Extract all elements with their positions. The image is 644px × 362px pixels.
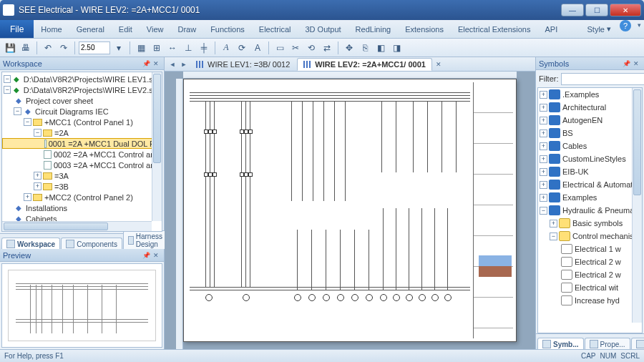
tree-installations[interactable]: ◆Installations (2, 202, 162, 213)
undo-icon[interactable]: ↶ (41, 41, 55, 55)
mirror-icon[interactable]: ⇄ (320, 41, 334, 55)
menu-general[interactable]: General (69, 20, 112, 38)
preview-thumbnail[interactable] (1, 263, 162, 348)
help-dropdown[interactable]: ▾ (634, 20, 644, 30)
symbol-item[interactable]: Increase hyd (538, 294, 642, 307)
symbol-folder[interactable]: +Basic symbols (538, 217, 642, 230)
refresh-icon[interactable]: ⟳ (235, 41, 249, 55)
redo-icon[interactable]: ↷ (57, 41, 71, 55)
tree-3a[interactable]: +=3A (2, 170, 162, 181)
tab-next-icon[interactable]: ► (179, 59, 189, 69)
menu-draw[interactable]: Draw (170, 20, 203, 38)
ruler-icon[interactable]: ╪ (197, 41, 211, 55)
symbol-category[interactable]: +AutogenEN (538, 114, 642, 127)
symbols-filter-input[interactable] (561, 73, 645, 85)
menu-elec-extensions[interactable]: Electrical Extensions (451, 20, 538, 38)
preview-pin-icon[interactable]: 📌 (141, 250, 151, 260)
font-icon[interactable]: A (219, 41, 233, 55)
symbol-category[interactable]: +BS (538, 127, 642, 140)
tree-3b[interactable]: +=3B (2, 181, 162, 192)
tab-properties[interactable]: Prope... (585, 338, 630, 349)
zoom-dropdown-icon[interactable]: ▾ (112, 41, 126, 55)
zoom-combo[interactable] (79, 41, 110, 54)
tree-2a[interactable]: −=2A (2, 127, 162, 138)
minimize-button[interactable]: — (561, 4, 584, 16)
symbol-category[interactable]: +Electrical & Automation (538, 178, 642, 191)
tree-mcc1[interactable]: −+MCC1 (Control Panel 1) (2, 117, 162, 127)
symbol-item[interactable]: Electrical 2 w (538, 268, 642, 281)
menu-edit[interactable]: Edit (112, 20, 140, 38)
file-menu[interactable]: File (0, 20, 34, 38)
symbol-item[interactable]: Electrical wit (538, 281, 642, 294)
drawing-page[interactable] (183, 79, 517, 342)
symbols-scrollbar[interactable] (632, 88, 642, 323)
symbols-tree[interactable]: +.Examples+Architectural+AutogenEN+BS+Ca… (537, 87, 643, 333)
move-icon[interactable]: ✥ (342, 41, 356, 55)
menu-3d-output[interactable]: 3D Output (298, 20, 348, 38)
tab-harness[interactable]: Harness Design (123, 230, 170, 249)
ortho-icon[interactable]: ⊥ (181, 41, 195, 55)
doc-tab-2[interactable]: WIRE LEV2: =2A+MCC1/ 0001 (297, 58, 432, 71)
cut-icon[interactable]: ✂ (288, 41, 303, 55)
tree-project-1[interactable]: −◆D:\Data\V8R2\Projects\WIRE LEV1.sep (2, 74, 162, 84)
copy-icon[interactable]: ⎘ (358, 41, 372, 55)
menu-view[interactable]: View (140, 20, 171, 38)
rotate-icon[interactable]: ⟲ (304, 41, 318, 55)
align-icon[interactable]: ↔ (165, 41, 180, 55)
diagram-icon (196, 61, 205, 68)
help-icon[interactable]: ? (620, 20, 631, 31)
symbol-category[interactable]: +Architectural (538, 101, 642, 114)
symbol-category[interactable]: +Cables (538, 140, 642, 152)
tool-b-icon[interactable]: ◨ (389, 41, 404, 55)
symbol-category[interactable]: +EIB-UK (538, 165, 642, 178)
close-button[interactable]: ✕ (610, 4, 641, 16)
maximize-button[interactable]: ☐ (585, 4, 608, 16)
menu-functions[interactable]: Functions (203, 20, 252, 38)
tree-circuit-diagrams[interactable]: −◆Circuit Diagrams IEC (2, 106, 162, 117)
symbol-item[interactable]: Electrical 2 w (538, 255, 642, 268)
workspace-tree[interactable]: −◆D:\Data\V8R2\Projects\WIRE LEV1.sep −◆… (1, 72, 162, 232)
style-dropdown[interactable]: Style ▾ (582, 20, 617, 38)
text-icon[interactable]: A (250, 41, 265, 55)
pin-icon[interactable]: 📌 (141, 59, 151, 69)
tree-page-0001[interactable]: 0001 =2A +MCC1 Dual DOL RD (2, 138, 162, 149)
tree-scrollbar-h[interactable] (2, 221, 152, 231)
symbol-category[interactable]: −Hydraulic & Pneumatic (538, 204, 642, 217)
tree-mcc2[interactable]: ++MCC2 (Control Panel 2) (2, 192, 162, 202)
tree-page-0003[interactable]: 0003 =2A +MCC1 Control and (2, 160, 162, 170)
tab-symbols[interactable]: Symb... (537, 338, 584, 349)
symbol-category[interactable]: +.Examples (538, 88, 642, 101)
tree-project-2[interactable]: −◆D:\Data\V8R2\Projects\WIRE LEV2.sep (2, 84, 162, 95)
grid-icon[interactable]: ▦ (134, 41, 148, 55)
print-icon[interactable]: 🖶 (19, 41, 33, 55)
tool-a-icon[interactable]: ◧ (374, 41, 388, 55)
tab-close-icon[interactable]: ✕ (434, 59, 444, 69)
symbols-close-icon[interactable]: ✕ (631, 59, 641, 69)
menu-extensions[interactable]: Extensions (398, 20, 451, 38)
tree-page-0002[interactable]: 0002 =2A +MCC1 Control and (2, 149, 162, 160)
symbol-item[interactable]: Electrical 1 w (538, 243, 642, 255)
menu-redlining[interactable]: RedLining (348, 20, 399, 38)
panel-close-icon[interactable]: ✕ (151, 59, 161, 69)
symbol-folder[interactable]: −Control mechanis (538, 230, 642, 243)
tree-scrollbar[interactable] (152, 72, 162, 221)
tab-components[interactable]: Components (61, 238, 122, 249)
tab-workspace[interactable]: Workspace (1, 238, 60, 249)
symbol-category[interactable]: +Examples (538, 191, 642, 204)
tree-cover-sheet[interactable]: ◆Project cover sheet (2, 95, 162, 106)
tab-commands[interactable]: Com... (631, 338, 644, 349)
preview-close-icon[interactable]: ✕ (151, 250, 161, 260)
doc-tab-1[interactable]: WIRE LEV1: =3B/ 0012 (190, 59, 296, 70)
menu-electrical[interactable]: Electrical (252, 20, 298, 38)
snap-icon[interactable]: ⊞ (150, 41, 164, 55)
tab-prev-icon[interactable]: ◄ (167, 59, 177, 69)
ruler-vertical (176, 79, 183, 349)
menu-api[interactable]: API (537, 20, 565, 38)
symbols-pin-icon[interactable]: 📌 (621, 59, 631, 69)
symbol-category[interactable]: +CustomLineStyles (538, 152, 642, 165)
drawing-canvas[interactable] (165, 72, 535, 349)
schematic-preview (8, 270, 156, 341)
menu-home[interactable]: Home (34, 20, 69, 38)
rect-icon[interactable]: ▭ (273, 41, 287, 55)
save-icon[interactable]: 💾 (3, 41, 17, 55)
